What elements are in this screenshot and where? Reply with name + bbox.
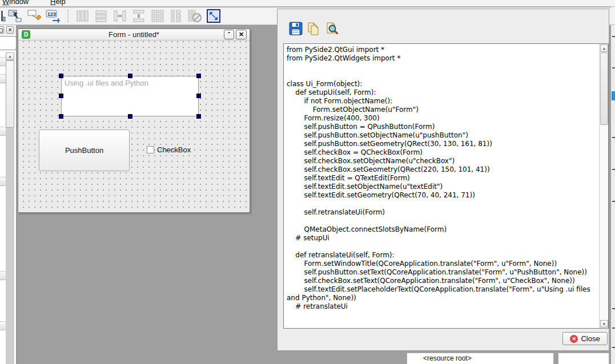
dock-scrollbar[interactable]: ▲ [6,52,14,364]
code-line: self.textEdit.setObjectName(u"textEdit") [287,183,598,191]
menubar: Window Help [0,0,615,7]
code-line: self.textEdit.setGeometry(QRect(70, 40, … [287,191,598,200]
arrow-up-icon[interactable]: ▲ [6,52,14,60]
arrow-up-icon[interactable]: ▲ [600,45,608,52]
code-scrollbar[interactable]: ▲ ▼ [599,44,608,328]
selection-handle[interactable] [196,114,201,119]
edit-tab-order-icon[interactable]: 123 [46,9,61,23]
edit-signals-slots-icon[interactable] [7,9,22,23]
form-canvas[interactable]: Using .ui files and Python PushButton Ch… [18,41,250,212]
truncated-panel-content [612,137,615,138]
widget-category-row[interactable] [0,57,6,66]
code-line: self.pushButton.setGeometry(QRect(30, 13… [287,140,598,148]
layout-vertical-icon[interactable] [94,9,108,23]
code-line [287,217,598,225]
close-button[interactable]: ✕ [236,30,247,39]
close-icon[interactable]: ✕ [6,26,14,34]
layout-vertical-splitter-icon[interactable] [131,9,146,23]
form-editor-window: D Form - untitled* - ✕ Using .ui files a… [18,29,250,213]
close-dialog-button[interactable]: ✕ Close [562,332,608,345]
qt-designer-window: Window Help [0,0,615,364]
code-line: self.pushButton.setObjectName(u"pushButt… [287,131,598,140]
code-line: self.checkBox = QCheckBox(Form) [287,148,598,157]
menu-help[interactable]: Help [50,0,66,6]
widget-box-dock: ✕ ▲ [0,25,17,364]
selection-handle[interactable] [59,114,63,119]
layout-horizontal-icon[interactable] [75,9,90,23]
pushbutton-widget[interactable]: PushButton [39,130,130,171]
truncated-selection-highlight [612,91,615,100]
code-line: Form.resize(400, 300) [287,114,598,123]
copy-icon[interactable] [307,22,320,35]
widget-category-row[interactable] [0,127,6,136]
resource-browser-detail [558,353,609,364]
layout-form-icon[interactable] [169,9,184,23]
textedit-widget[interactable]: Using .ui files and Python [61,76,199,116]
find-icon[interactable] [325,22,339,35]
widget-category-row[interactable] [0,321,6,330]
truncated-panel-content [612,308,615,309]
code-line: self.textEdit.setPlaceholderText(QCoreAp… [287,285,598,294]
checkbox-indicator[interactable] [147,146,154,153]
widget-category-row[interactable] [0,271,6,280]
code-line: # retranslateUi [287,302,598,311]
code-line [287,63,598,71]
truncated-panel-content [612,201,615,202]
code-line: self.pushButton = QPushButton(Form) [287,123,598,131]
code-text: from PySide2.QtGui import *from PySide2.… [287,46,598,311]
save-icon[interactable] [289,22,303,35]
selection-handle[interactable] [196,94,201,98]
truncated-panel-content [612,169,615,170]
widget-category-row[interactable] [0,74,6,83]
dock-titlebar: ✕ [0,25,17,35]
selection-handle[interactable] [128,114,132,119]
adjust-size-icon[interactable] [206,9,221,23]
arrow-down-icon[interactable]: ▼ [600,320,608,327]
code-line: self.checkBox.setText(QCoreApplication.t… [287,277,598,285]
code-view[interactable]: from PySide2.QtGui import *from PySide2.… [283,43,609,329]
code-line: and Python", None)) [287,294,598,302]
widget-category-row[interactable] [0,177,6,186]
close-button-label: Close [581,334,600,343]
dialog-close-icon: ✕ [570,335,578,343]
edit-buddies-icon[interactable] [27,9,42,23]
selection-handle[interactable] [59,94,63,98]
resource-root-item[interactable]: <resource root> [407,353,553,363]
code-line: if not Form.objectName(): [287,97,598,106]
edit-widgets-icon[interactable] [0,9,6,23]
truncated-panel-content [612,327,615,329]
layout-horizontal-splitter-icon[interactable] [112,9,127,23]
code-line: Form.setWindowTitle(QCoreApplication.tra… [287,260,598,268]
checkbox-label: CheckBox [157,145,191,154]
selection-handle[interactable] [196,74,201,78]
scrollbar-thumb[interactable] [6,60,14,128]
code-line: def retranslateUi(self, Form): [287,251,598,260]
code-line: self.textEdit = QTextEdit(Form) [287,174,598,183]
code-line: class Ui_Form(object): [287,80,598,88]
widget-filter-input[interactable] [0,36,17,50]
code-line [287,242,598,251]
resource-browser-tree: <resource root> [407,353,554,364]
code-line: from PySide2.QtWidgets import * [287,54,598,63]
code-line: Form.setObjectName(u"Form") [287,106,598,114]
scrollbar-thumb[interactable] [600,52,608,125]
break-layout-icon[interactable] [187,9,202,23]
code-line: def setupUi(self, Form): [287,88,598,97]
truncated-right-panel [610,7,615,364]
code-line: self.retranslateUi(Form) [287,208,598,217]
code-line [287,71,598,80]
code-line: from PySide2.QtGui import * [287,46,598,54]
minimize-button[interactable]: - [224,30,234,39]
svg-text:123: 123 [47,11,56,17]
float-icon[interactable] [0,26,4,34]
layout-grid-icon[interactable] [150,9,165,23]
code-line: QMetaObject.connectSlotsByName(Form) [287,225,598,234]
view-code-dialog: from PySide2.QtGui import *from PySide2.… [277,9,609,351]
code-line [287,200,598,208]
selection-handle[interactable] [128,74,132,78]
toolbar-separator [67,10,69,22]
checkbox-widget[interactable]: CheckBox [147,145,191,154]
selection-handle[interactable] [59,74,63,78]
menu-window[interactable]: Window [2,0,29,6]
form-window-titlebar[interactable]: D Form - untitled* - ✕ [18,29,250,41]
